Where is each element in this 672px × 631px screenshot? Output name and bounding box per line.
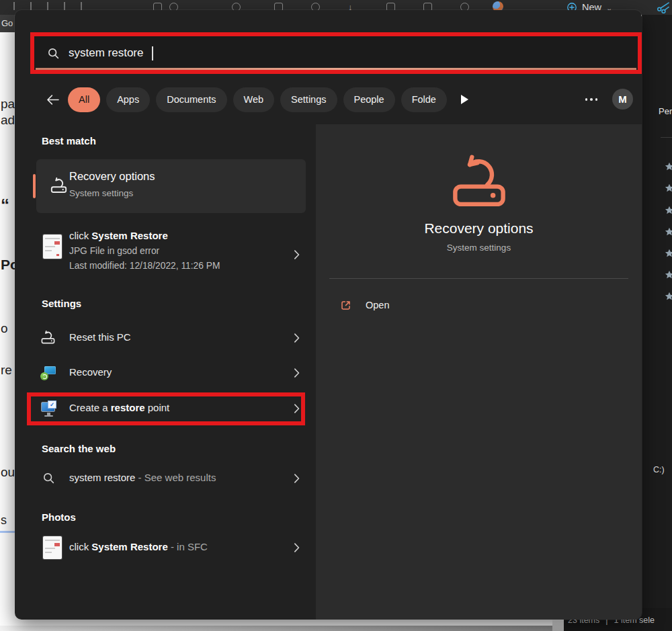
settings-result-create-restore-point[interactable]: Create a restore point	[36, 396, 306, 421]
pin-icon	[664, 205, 672, 216]
search-filter-row: All Apps Documents Web Settings People F…	[15, 86, 642, 113]
settings-result-label: Recovery	[69, 366, 112, 378]
window-edge-icon	[30, 2, 32, 10]
selection-accent-bar	[33, 174, 36, 198]
restore-point-icon	[40, 401, 56, 417]
search-focus-underline	[36, 68, 636, 70]
web-result-label: system restore - See web results	[69, 472, 216, 483]
recovery-drive-icon-large	[449, 153, 509, 216]
file-result-modified: Last modified: 12/18/2022, 11:26 PM	[69, 261, 220, 271]
photo-result-label: click System Restore - in SFC	[69, 541, 208, 552]
search-icon	[42, 472, 55, 487]
page-text-fragment: ad	[1, 113, 15, 128]
section-heading-web: Search the web	[42, 443, 116, 454]
window-edge-icon	[81, 2, 82, 10]
photo-result[interactable]: click System Restore - in SFC	[36, 534, 306, 561]
filter-tab-web[interactable]: Web	[233, 87, 275, 112]
filters-overflow-button[interactable]	[461, 92, 474, 107]
section-heading-settings: Settings	[42, 298, 81, 309]
settings-result-label: Create a restore point	[69, 402, 169, 413]
open-external-icon	[339, 299, 352, 312]
pin-icon	[664, 269, 672, 280]
open-action[interactable]: Open	[339, 296, 389, 314]
back-arrow-icon	[46, 94, 60, 106]
pin-icon	[664, 291, 672, 302]
cut-icon[interactable]	[657, 0, 670, 16]
photo-thumbnail	[43, 536, 62, 559]
search-input[interactable]: system restore	[34, 36, 638, 70]
result-subtitle: System settings	[69, 188, 133, 198]
section-heading-best-match: Best match	[42, 135, 96, 146]
page-text-fragment: s	[1, 513, 7, 528]
section-heading-photos: Photos	[42, 511, 76, 523]
screen: ↓ New ⌄ Go pa ad “ Po o re ou s Per	[0, 0, 672, 631]
link-underline	[0, 531, 15, 533]
chevron-right-icon	[293, 332, 300, 347]
settings-result-recovery[interactable]: Recovery	[36, 361, 306, 385]
filter-tab-all[interactable]: All	[68, 87, 100, 112]
pin-icon	[664, 248, 672, 259]
drive-label-fragment: C:)	[653, 465, 665, 474]
page-text-fragment: “	[1, 195, 9, 216]
page-text-fragment: pa	[1, 97, 15, 112]
result-title: Recovery options	[69, 170, 155, 183]
pin-icon	[664, 161, 672, 172]
back-button[interactable]	[42, 90, 62, 109]
result-preview-pane: Recovery options System settings Open	[316, 124, 642, 620]
settings-result-reset-pc[interactable]: Reset this PC	[36, 326, 306, 350]
scrollbar-corner	[552, 618, 564, 631]
best-match-result[interactable]: Recovery options System settings	[36, 159, 306, 213]
page-text-fragment: re	[1, 363, 12, 378]
recovery-control-panel-icon	[40, 365, 56, 381]
file-thumbnail	[43, 235, 62, 259]
horizontal-scrollbar[interactable]	[0, 626, 558, 631]
play-triangle-icon	[461, 95, 468, 104]
pin-icon	[664, 226, 672, 237]
chevron-right-icon	[293, 472, 300, 487]
text-cursor	[152, 46, 153, 60]
chevron-right-icon	[293, 542, 300, 556]
explorer-text-fragment: Per	[659, 106, 672, 116]
filter-tabs: All Apps Documents Web Settings People F…	[68, 86, 447, 113]
search-query-text: system restore	[69, 46, 143, 60]
filter-tab-apps[interactable]: Apps	[106, 87, 150, 112]
open-action-label: Open	[366, 300, 389, 310]
filter-tab-folders[interactable]: Folde	[401, 87, 447, 112]
settings-result-label: Reset this PC	[69, 331, 131, 343]
search-icon	[47, 47, 60, 60]
filter-tab-documents[interactable]: Documents	[156, 87, 226, 112]
page-bottom	[0, 620, 558, 626]
reset-pc-icon	[40, 330, 56, 348]
filter-tab-settings[interactable]: Settings	[280, 87, 337, 112]
file-result-title: click System Restore	[69, 230, 168, 241]
file-result-type: JPG File in gsod error	[69, 246, 159, 256]
filter-tab-people[interactable]: People	[343, 87, 395, 112]
window-edge-icon	[47, 2, 48, 10]
chevron-right-icon	[293, 403, 300, 417]
preview-title: Recovery options	[316, 220, 642, 237]
annotation-box-search: system restore	[30, 32, 642, 74]
page-text-fragment: ou	[1, 465, 15, 480]
window-edge-icon	[64, 2, 65, 10]
background-webpage: Go pa ad “ Po o re ou s	[0, 15, 15, 631]
chevron-right-icon	[293, 367, 300, 382]
divider	[661, 137, 672, 138]
file-result[interactable]: click System Restore JPG File in gsod er…	[36, 226, 306, 284]
recovery-drive-icon	[50, 177, 68, 198]
web-search-result[interactable]: system restore - See web results	[36, 466, 306, 491]
pin-icon	[664, 183, 672, 194]
page-text-fragment: o	[1, 321, 8, 336]
account-avatar[interactable]: M	[612, 89, 633, 110]
more-options-button[interactable]	[583, 93, 600, 106]
preview-subtitle: System settings	[316, 243, 642, 253]
windows-search-panel: system restore All Apps Documents Web Se…	[15, 10, 642, 620]
divider	[329, 278, 628, 279]
file-explorer-edge: Per C:)	[642, 15, 672, 631]
window-edge-icon	[13, 2, 15, 10]
browser-tab-fragment: Go	[0, 15, 15, 32]
chevron-right-icon	[293, 249, 300, 263]
